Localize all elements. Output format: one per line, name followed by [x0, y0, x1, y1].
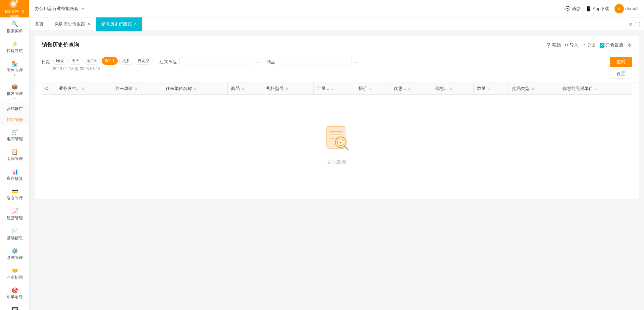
- tab-purchase-price-label: 采购历史价跟踪: [55, 21, 85, 27]
- tab-sales-price[interactable]: 销售历史价跟踪 ✕: [96, 17, 143, 31]
- only-last-label: 只看最后一次: [606, 42, 632, 48]
- sidebar-sub-wholesale: 营销推广 销售管理: [0, 103, 30, 125]
- date-btn-more[interactable]: 更多: [119, 57, 133, 65]
- topbar-message-btn[interactable]: 💬 消息: [565, 6, 580, 12]
- sort-icon-date: ⇅: [82, 87, 84, 91]
- svg-point-2: [12, 3, 15, 5]
- filter-date-range: 2023-02-18 至 2023-03-18: [53, 66, 153, 72]
- date-btn-1month[interactable]: 近1月: [102, 57, 118, 65]
- tabbar-close-all-btn[interactable]: ✕: [629, 21, 633, 27]
- sidebar-label-purchase: 采购管理: [7, 156, 23, 162]
- sidebar-item-inventory[interactable]: 📊 库存核算: [0, 165, 30, 185]
- table-col-gear[interactable]: ⚙: [42, 83, 55, 95]
- svg-text:6: 6: [16, 0, 18, 3]
- page-header: 销售历史价查询 ❓ 帮助 ↺ 导入 ↗ 导出 ✓: [35, 36, 639, 53]
- sidebar-item-sales-mgmt[interactable]: 销售管理: [0, 114, 30, 125]
- tab-home[interactable]: 首页: [30, 17, 49, 31]
- help-icon: ❓: [546, 43, 551, 48]
- sidebar-item-wholesale[interactable]: 📦 批发管理 ▲: [0, 80, 30, 103]
- date-btn-custom[interactable]: 自定义: [135, 57, 153, 65]
- sidebar-item-purchase[interactable]: 📋 采购管理: [0, 145, 30, 165]
- topbar-dropdown-icon[interactable]: ▼: [81, 7, 85, 11]
- help-btn[interactable]: ❓ 帮助: [546, 42, 561, 48]
- tabbar-maximize-btn[interactable]: ⛶: [635, 21, 640, 27]
- app-download-icon: 📱: [586, 6, 591, 11]
- filter-partner-input-group: ...: [179, 57, 260, 65]
- table-col-unit[interactable]: 计量... ⇅: [313, 83, 355, 95]
- topbar-app-download-btn[interactable]: 📱 App下载: [586, 6, 609, 12]
- sort-icon-discount-amount: ⇅: [449, 87, 452, 91]
- sidebar-item-finance[interactable]: 💳 资金管理: [0, 185, 30, 205]
- sidebar-label-shortcut: 快捷导航: [7, 48, 23, 54]
- export-btn[interactable]: ↗ 导出: [582, 42, 596, 48]
- table-col-price[interactable]: 报价 ⇅: [355, 83, 390, 95]
- only-last-checkbox[interactable]: ✓ 只看最后一次: [600, 42, 632, 48]
- settings-button[interactable]: 设置: [610, 69, 632, 79]
- help-label: 帮助: [552, 42, 561, 48]
- table-header: ⚙ 业务发生... ⇅ 往来单位 ⇅ 往来单位名称: [42, 83, 632, 95]
- sidebar-item-collab[interactable]: 🤝 企业协同: [0, 264, 30, 284]
- table-col-partner-code[interactable]: 往来单位 ⇅: [112, 83, 162, 95]
- filter-date-btns: 昨天 今天 近7天 近1月 更多 自定义: [53, 57, 153, 65]
- table-col-discount-rate[interactable]: 优惠... ⇅: [390, 83, 432, 95]
- sidebar-item-basic-info[interactable]: 📄 基础信息: [0, 224, 30, 244]
- tab-home-label: 首页: [35, 21, 44, 27]
- app-logo: 6 畅捷通好生意 标准版: [0, 0, 30, 17]
- table-container: ⚙ 业务发生... ⇅ 往来单位 ⇅ 往来单位名称: [35, 83, 639, 199]
- sort-icon-quantity: ⇅: [487, 87, 490, 91]
- date-btn-7days[interactable]: 近7天: [84, 57, 100, 65]
- main-area: 办公用品行业模拟账套 ▼ 💬 消息 📱 App下载 d demo2 首页: [30, 0, 644, 310]
- table-col-goods[interactable]: 商品 ⇅: [228, 83, 263, 95]
- filter-partner-input[interactable]: [179, 57, 253, 65]
- checkbox-teal-icon: ✓: [600, 43, 604, 48]
- basic-info-icon: 📄: [11, 228, 18, 234]
- sort-icon-price-notax: ⇅: [595, 87, 598, 91]
- tabbar: 首页 采购历史价跟踪 ✕ 销售历史价跟踪 ✕ ✕ ⛶: [30, 17, 644, 31]
- tabbar-actions: ✕ ⛶: [625, 21, 644, 27]
- sort-icon-spec: ⇅: [286, 87, 288, 91]
- retail-arrow-icon: ▼: [13, 73, 16, 77]
- filter-area: 日期 昨天 今天 近7天 近1月 更多 自定义 2023-02-18 至 202…: [35, 53, 639, 83]
- topbar-message-label: 消息: [572, 6, 580, 12]
- sort-icon-price: ⇅: [369, 87, 372, 91]
- sidebar-item-shortcut[interactable]: ⚡ 快捷导航: [0, 37, 30, 57]
- system-icon: ⚙️: [11, 248, 18, 254]
- import-btn[interactable]: ↺ 导入: [565, 42, 578, 48]
- sidebar-item-app-center[interactable]: 🔲 应用中心: [0, 304, 30, 310]
- sidebar-item-marketing[interactable]: 营销推广: [0, 103, 30, 114]
- table-col-price-notax[interactable]: 优惠前无税单价 ⇅: [559, 83, 632, 95]
- table-col-quantity[interactable]: 数量 ⇅: [473, 83, 508, 95]
- sidebar-item-search[interactable]: 🔍 搜索菜单: [0, 17, 30, 37]
- filter-goods-input-group: ...: [278, 57, 358, 65]
- topbar-user-btn[interactable]: d demo2: [614, 4, 639, 13]
- sidebar-label-marketing: 营销推广: [7, 106, 23, 112]
- finance-icon: 💳: [11, 188, 18, 195]
- sidebar-item-retail[interactable]: 🏪 零售管理 ▼: [0, 57, 30, 80]
- gear-icon: ⚙: [45, 86, 49, 91]
- query-button[interactable]: 查询: [610, 57, 632, 67]
- filter-partner-dots[interactable]: ...: [255, 58, 260, 64]
- table-col-discount-amount[interactable]: 优惠... ⇅: [432, 83, 473, 95]
- tab-purchase-price-close[interactable]: ✕: [87, 22, 90, 26]
- table-col-trade-type[interactable]: 交易类型 ⇅: [509, 83, 559, 95]
- table-col-business-date[interactable]: 业务发生... ⇅: [55, 83, 112, 95]
- sidebar-label-search: 搜索菜单: [7, 28, 23, 34]
- tab-sales-price-close[interactable]: ✕: [134, 22, 137, 26]
- sidebar-label-system: 系统管理: [7, 255, 23, 261]
- filter-goods-input[interactable]: [278, 57, 352, 65]
- tab-purchase-price[interactable]: 采购历史价跟踪 ✕: [49, 17, 96, 31]
- empty-state: 暂无数据: [42, 95, 632, 192]
- table-col-partner-name[interactable]: 往来单位名称 ⇅: [162, 83, 227, 95]
- sidebar-item-operations[interactable]: 📈 经营管理: [0, 205, 30, 224]
- sidebar-item-ecommerce[interactable]: 🛒 电商管理: [0, 125, 30, 145]
- date-btn-yesterday[interactable]: 昨天: [53, 57, 67, 65]
- sidebar-label-inventory: 库存核算: [7, 176, 23, 182]
- filter-goods-dots[interactable]: ...: [354, 58, 358, 64]
- empty-illustration: [320, 121, 354, 155]
- sort-icon-discount-rate: ⇅: [408, 87, 411, 91]
- sidebar-item-guide[interactable]: 🎯 新手引导: [0, 284, 30, 304]
- topbar-left: 办公用品行业模拟账套 ▼: [35, 6, 85, 12]
- table-col-spec[interactable]: 规格型号 ⇅: [263, 83, 313, 95]
- sidebar-item-system[interactable]: ⚙️ 系统管理: [0, 244, 30, 264]
- date-btn-today[interactable]: 今天: [68, 57, 83, 65]
